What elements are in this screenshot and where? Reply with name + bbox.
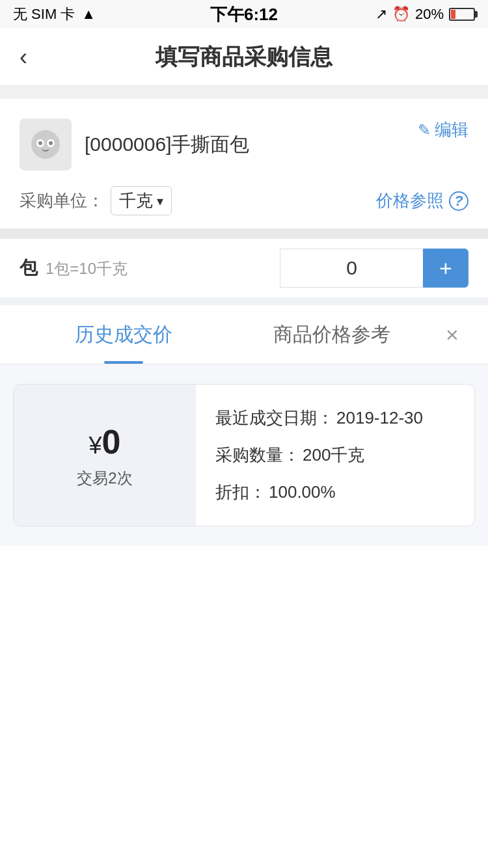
section-divider (0, 228, 488, 239)
carrier-text: 无 SIM 卡 (13, 5, 75, 24)
page-title: 填写商品采购信息 (156, 42, 332, 72)
unit-value: 千克 (119, 189, 153, 212)
tab-history-label: 历史成交价 (75, 321, 172, 348)
qty-hint: 1包=10千克 (46, 258, 128, 279)
back-button[interactable]: ‹ (20, 44, 59, 71)
trade-card-area: ¥0 交易2次 最近成交日期：2019-12-30 采购数量：200千克 折扣：… (0, 364, 488, 546)
close-icon: × (446, 322, 459, 347)
battery-pct: 20% (415, 6, 444, 23)
alarm-icon: ⏰ (392, 6, 410, 23)
svg-point-4 (49, 141, 53, 145)
nav-bar: ‹ 填写商品采购信息 (0, 29, 488, 86)
gray-divider (0, 297, 488, 305)
price-ref-label: 价格参照 (376, 189, 444, 212)
qty-unit: 包 (20, 256, 38, 280)
product-thumbnail (20, 118, 72, 170)
discount-line: 折扣：100.00% (215, 480, 455, 505)
trade-card: ¥0 交易2次 最近成交日期：2019-12-30 采购数量：200千克 折扣：… (13, 384, 475, 526)
battery-icon (449, 8, 475, 21)
unit-dropdown-arrow: ▾ (157, 193, 163, 209)
recent-date-value: 2019-12-30 (336, 408, 423, 427)
product-title: [0000006]手撕面包 (85, 131, 249, 158)
status-time: 下午6:12 (210, 3, 278, 26)
qty-detail-value: 200千克 (303, 445, 364, 465)
status-carrier: 无 SIM 卡 ▲ (13, 5, 96, 24)
qty-left: 包 1包=10千克 (20, 256, 128, 280)
battery-fill (451, 10, 455, 19)
product-section: [0000006]手撕面包 ✎ 编辑 采购单位： 千克 ▾ 价格参照 ? (0, 99, 488, 228)
qty-line: 采购数量：200千克 (215, 442, 455, 468)
svg-point-3 (38, 141, 42, 145)
bottom-white-area (0, 546, 488, 868)
qty-plus-button[interactable]: + (423, 249, 468, 288)
trade-card-right: 最近成交日期：2019-12-30 采购数量：200千克 折扣：100.00% (196, 385, 474, 526)
edit-button[interactable]: ✎ 编辑 (418, 118, 468, 141)
unit-prefix: 采购单位： (20, 189, 104, 212)
tabs-section: 历史成交价 商品价格参考 × (0, 305, 488, 364)
price-value: 0 (102, 423, 121, 461)
price-ref-button[interactable]: 价格参照 ? (376, 189, 468, 212)
discount-label: 折扣： (215, 482, 266, 502)
tab-product-label: 商品价格参考 (273, 321, 390, 348)
unit-select[interactable]: 千克 ▾ (111, 186, 172, 215)
edit-icon: ✎ (418, 121, 431, 139)
qty-control: 0 + (280, 249, 468, 288)
tabs-row: 历史成交价 商品价格参考 × (0, 305, 488, 364)
location-icon: ↗ (375, 6, 387, 23)
trade-card-left: ¥0 交易2次 (14, 385, 196, 526)
product-thumb-svg (26, 125, 65, 164)
product-unit-row: 采购单位： 千克 ▾ 价格参照 ? (20, 186, 468, 215)
qty-input[interactable]: 0 (280, 249, 423, 288)
currency-symbol: ¥ (89, 432, 102, 459)
qty-value: 0 (346, 257, 357, 279)
unit-row-left: 采购单位： 千克 ▾ (20, 186, 172, 215)
status-bar: 无 SIM 卡 ▲ 下午6:12 ↗ ⏰ 20% (0, 0, 488, 29)
wifi-icon: ▲ (81, 6, 96, 23)
qty-detail-label: 采购数量： (215, 445, 300, 465)
discount-value: 100.00% (269, 482, 336, 502)
trade-price: ¥0 (89, 422, 121, 461)
edit-label: 编辑 (435, 118, 468, 141)
tabs-close-button[interactable]: × (436, 318, 468, 351)
quantity-section: 包 1包=10千克 0 + (0, 239, 488, 297)
price-ref-info-icon: ? (449, 191, 468, 211)
recent-date-line: 最近成交日期：2019-12-30 (215, 405, 455, 431)
status-right: ↗ ⏰ 20% (375, 6, 475, 23)
tab-history-price[interactable]: 历史成交价 (20, 305, 228, 364)
product-header: [0000006]手撕面包 ✎ 编辑 (20, 118, 468, 170)
trade-count: 交易2次 (77, 468, 132, 489)
product-left: [0000006]手撕面包 (20, 118, 249, 170)
svg-point-0 (31, 130, 60, 159)
tab-product-price-ref[interactable]: 商品价格参考 (228, 305, 436, 364)
plus-icon: + (439, 256, 452, 281)
recent-date-label: 最近成交日期： (215, 408, 334, 427)
